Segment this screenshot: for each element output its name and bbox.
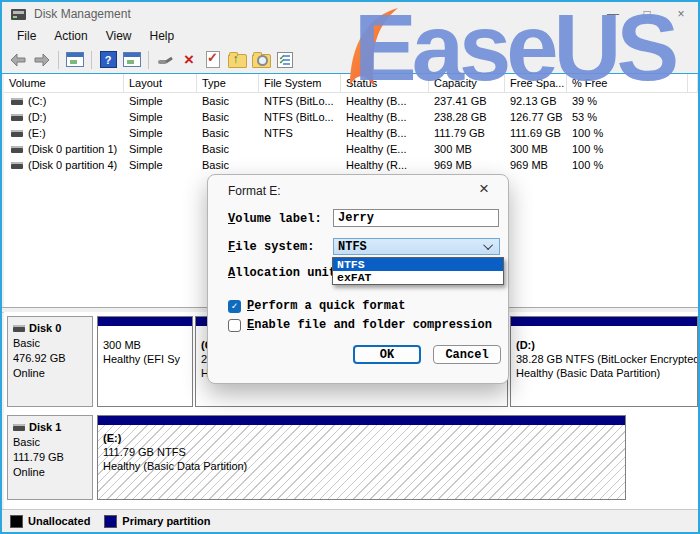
ok-button[interactable]: OK <box>353 345 421 364</box>
legend-label: Unallocated <box>28 515 90 527</box>
cell-fs: NTFS <box>259 125 341 141</box>
unallocated-swatch <box>10 515 23 528</box>
dropdown-option-ntfs[interactable]: NTFS <box>333 258 503 271</box>
column-volume[interactable]: Volume <box>4 74 124 92</box>
volume-row-e[interactable]: (E:) Simple Basic NTFS Healthy (B... 111… <box>4 125 698 141</box>
cancel-button[interactable]: Cancel <box>433 345 501 364</box>
cell-pct: 100 % <box>567 125 688 141</box>
menu-view[interactable]: View <box>97 27 141 45</box>
disk0-label[interactable]: Disk 0 Basic 476.92 GB Online <box>7 316 93 407</box>
menu-bar: File Action View Help <box>2 26 698 46</box>
partition-e-formatting[interactable]: (E:) 111.79 GB NTFS Healthy (Basic Data … <box>97 415 626 500</box>
cell-status: Healthy (R... <box>341 157 429 173</box>
disk1-partitions: (E:) 111.79 GB NTFS Healthy (Basic Data … <box>97 415 628 500</box>
maximize-button[interactable]: □ <box>630 2 664 26</box>
show-action-pane-icon[interactable] <box>120 49 144 71</box>
cell-free: 92.13 GB <box>505 93 567 109</box>
column-pct-free[interactable]: % Free <box>567 74 688 92</box>
cell-capacity: 237.41 GB <box>429 93 505 109</box>
delete-icon[interactable]: × <box>177 49 201 71</box>
quick-format-checkbox[interactable]: ✓ <box>228 300 241 313</box>
partition-efi[interactable]: 300 MB Healthy (EFI Sy <box>97 316 193 407</box>
toolbar-separator <box>91 51 92 69</box>
disk1-row: Disk 1 Basic 111.79 GB Online (E:) 111.7… <box>7 415 628 500</box>
cell-type: Basic <box>197 125 259 141</box>
column-free-space[interactable]: Free Spa... <box>505 74 567 92</box>
properties-icon[interactable]: ✓✓ <box>273 49 297 71</box>
legend-label: Primary partition <box>122 515 210 527</box>
menu-file[interactable]: File <box>8 27 45 45</box>
volume-row-d[interactable]: (D:) Simple Basic NTFS (BitLo... Healthy… <box>4 109 698 125</box>
volume-row-c[interactable]: (C:) Simple Basic NTFS (BitLo... Healthy… <box>4 93 698 109</box>
disk-type: Basic <box>13 435 87 450</box>
cell-status: Healthy (B... <box>341 93 429 109</box>
cell-capacity: 969 MB <box>429 157 505 173</box>
partition-d[interactable]: (D:) 38.28 GB NTFS (BitLocker Encrypted … <box>510 316 698 407</box>
partition-status: Healthy (Basic Data Partition) <box>103 459 620 473</box>
cell-layout: Simple <box>124 93 197 109</box>
column-layout[interactable]: Layout <box>124 74 197 92</box>
compression-checkbox[interactable] <box>228 319 241 332</box>
disk1-label[interactable]: Disk 1 Basic 111.79 GB Online <box>7 415 93 500</box>
forward-icon[interactable] <box>30 49 54 71</box>
export-folder-icon[interactable]: ↑ <box>225 49 249 71</box>
volume-icon <box>11 146 23 153</box>
cell-free: 126.77 GB <box>505 109 567 125</box>
disk-icon <box>13 424 25 431</box>
partition-name: (E:) <box>103 431 620 445</box>
cell-fs <box>259 141 341 157</box>
legend-primary-partition: Primary partition <box>104 515 210 528</box>
cell-layout: Simple <box>124 157 197 173</box>
disk-status: Online <box>13 465 87 480</box>
close-button[interactable]: × <box>664 2 698 26</box>
volume-name: (D:) <box>28 111 46 123</box>
column-status[interactable]: Status <box>341 74 429 92</box>
dialog-title: Format E: <box>228 184 281 198</box>
file-system-combobox[interactable]: NTFS <box>333 238 500 255</box>
volume-icon <box>11 130 23 137</box>
primary-partition-swatch <box>104 515 117 528</box>
check-disk-icon[interactable]: ✓ <box>201 49 225 71</box>
partition-size: 111.79 GB NTFS <box>103 445 620 459</box>
compression-row: Enable file and folder compression <box>228 318 492 332</box>
menu-help[interactable]: Help <box>141 27 184 45</box>
partition-status: Healthy (Basic Data Partition) <box>516 366 692 380</box>
volume-icon <box>11 162 23 169</box>
minimize-button[interactable]: — <box>596 2 630 26</box>
volume-name: (C:) <box>28 95 46 107</box>
back-icon[interactable] <box>6 49 30 71</box>
volume-name: (Disk 0 partition 4) <box>28 159 117 171</box>
disk-management-window: Disk Management — □ × File Action View H… <box>0 0 700 534</box>
volume-name: (Disk 0 partition 1) <box>28 143 117 155</box>
disk-icon <box>13 325 25 332</box>
cell-pct: 39 % <box>567 93 688 109</box>
cell-fs <box>259 157 341 173</box>
partition-size: 300 MB <box>103 338 187 352</box>
cell-pct: 100 % <box>567 141 688 157</box>
menu-action[interactable]: Action <box>45 27 96 45</box>
show-console-tree-icon[interactable] <box>63 49 87 71</box>
cell-pct: 53 % <box>567 109 688 125</box>
cell-free: 969 MB <box>505 157 567 173</box>
chevron-down-icon <box>483 240 493 250</box>
column-capacity[interactable]: Capacity <box>429 74 505 92</box>
disk-type: Basic <box>13 336 87 351</box>
file-system-dropdown-list: NTFS exFAT <box>332 257 504 285</box>
disk-management-app-icon <box>11 9 26 20</box>
column-type[interactable]: Type <box>197 74 259 92</box>
volume-label-input[interactable] <box>333 209 499 227</box>
column-file-system[interactable]: File System <box>259 74 341 92</box>
volume-label-label: Volume label: <box>228 212 322 226</box>
repair-tool-icon[interactable] <box>153 49 177 71</box>
help-icon[interactable]: ? <box>96 49 120 71</box>
legend-unallocated: Unallocated <box>10 515 90 528</box>
disk-status: Online <box>13 366 87 381</box>
volume-icon <box>11 98 23 105</box>
volume-row-disk0-part4[interactable]: (Disk 0 partition 4) Simple Basic Health… <box>4 157 698 173</box>
volume-row-disk0-part1[interactable]: (Disk 0 partition 1) Simple Basic Health… <box>4 141 698 157</box>
dialog-close-icon[interactable]: × <box>474 179 494 199</box>
dropdown-option-exfat[interactable]: exFAT <box>333 271 503 284</box>
quick-format-row: ✓ Perform a quick format <box>228 299 405 313</box>
file-system-label: File system: <box>228 240 314 254</box>
search-folder-icon[interactable] <box>249 49 273 71</box>
